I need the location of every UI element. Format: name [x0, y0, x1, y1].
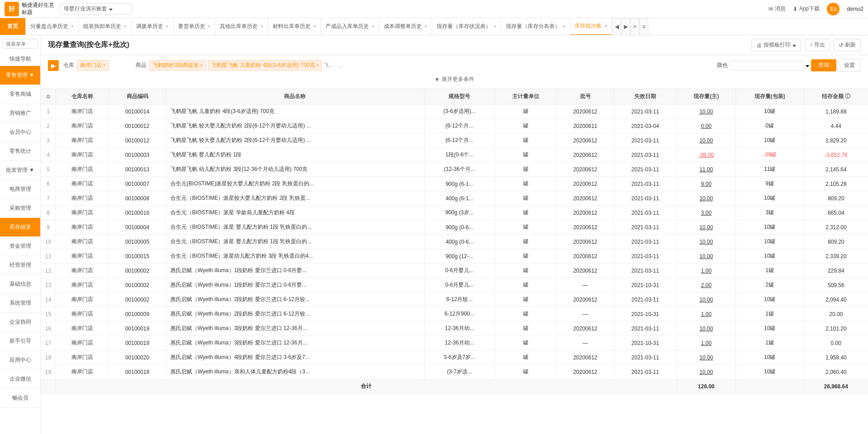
row-qty-main[interactable]: 3.00 [677, 206, 736, 220]
sidebar-item-wholesale[interactable]: 批发管理 ▼ [0, 161, 40, 180]
search-input[interactable] [3, 39, 38, 49]
sidebar-item-collab[interactable]: 企业协同 [0, 313, 40, 332]
summary-label: 合计 [56, 379, 677, 394]
row-amount: 2,145.64 [804, 162, 868, 177]
tab-close[interactable]: × [604, 24, 607, 28]
sidebar-item-appstore[interactable]: 应用中心 [0, 351, 40, 370]
sidebar-item-inventory[interactable]: 库存核算 [0, 218, 40, 237]
tab-qitachu[interactable]: 其他出库单历史 × [215, 18, 268, 35]
avatar[interactable]: Ea [827, 3, 840, 15]
row-spec: 12-36月幼... [424, 321, 495, 336]
tab-xianzun1[interactable]: 现存量（库存状况表） × [432, 18, 501, 35]
tab-home[interactable]: 首页 [0, 18, 26, 35]
export-button[interactable]: ↑ 导出 [805, 39, 830, 51]
row-qty-main[interactable]: 1.00 [677, 307, 736, 321]
refresh-button[interactable]: ↺ 刷新 [834, 39, 861, 51]
sidebar-item-member[interactable]: 会员中心 [0, 123, 40, 142]
nav-close-tab[interactable]: × [630, 18, 639, 35]
col-settings[interactable]: ⚙ [41, 89, 56, 104]
row-batch: 20200612 [557, 162, 614, 177]
sidebar-item-wechat[interactable]: 企业微信 [0, 370, 40, 389]
tab-close[interactable]: × [313, 24, 316, 29]
sidebar-item-finance[interactable]: 资金管理 [0, 237, 40, 256]
row-qty-main[interactable]: 10.00 [677, 292, 736, 307]
row-amount: -3,652.76 [804, 148, 868, 162]
nav-more[interactable]: ≡ [639, 18, 648, 35]
tab-close[interactable]: × [208, 24, 211, 29]
tab-close[interactable]: × [71, 24, 74, 29]
tab-close[interactable]: × [425, 24, 427, 29]
sidebar-item-retail-stats[interactable]: 零售统计 [0, 142, 40, 161]
product-more[interactable]: 飞... [324, 61, 334, 69]
tab-close[interactable]: × [124, 24, 127, 29]
print-icon: 🖨 [756, 42, 762, 48]
tab-fenpan[interactable]: 分量盘点单历史 × [26, 18, 79, 35]
sidebar-item-guide[interactable]: 新手引导 [0, 332, 40, 351]
row-qty-main[interactable]: 0.00 [677, 119, 736, 133]
org-selector[interactable]: 母婴行业演示账套 [60, 3, 132, 14]
sidebar-item-retail-mall[interactable]: 零售商城 [0, 85, 40, 104]
expand-more-button[interactable]: ▼ 展开更多条件 [48, 74, 861, 85]
quick-nav[interactable]: 快捷导航 [0, 52, 40, 66]
tab-diaob[interactable]: 调拨单历史 × [132, 18, 174, 35]
row-qty-main[interactable]: 10.00 [677, 249, 736, 264]
row-qty-main[interactable]: 2.00 [677, 278, 736, 292]
tab-yaohuo[interactable]: 要货单历史 × [174, 18, 216, 35]
nav-scroll-right[interactable]: ▶ [621, 18, 630, 35]
row-qty-main[interactable]: 10.00 [677, 350, 736, 365]
row-warehouse: 南岸门店 [56, 206, 109, 220]
tab-close[interactable]: × [494, 24, 496, 29]
row-qty-main[interactable]: -39.00 [677, 148, 736, 162]
color-select[interactable] [730, 61, 804, 71]
row-amount: 509.56 [804, 278, 868, 292]
sidebar-item-system[interactable]: 系统管理 [0, 294, 40, 313]
tab-xianzun2[interactable]: 现存量（库存分布表） × [501, 18, 571, 35]
setting-button[interactable]: 设置 [838, 59, 861, 72]
row-qty-main[interactable]: 10.00 [677, 220, 736, 235]
sidebar-item-retail[interactable]: 零售管理 ▼ [0, 66, 40, 85]
row-unit: 罐 [495, 177, 557, 191]
row-qty-main[interactable]: 10.00 [677, 104, 736, 119]
warehouse-tag-close[interactable]: × [103, 63, 106, 68]
product-tag-2-close[interactable]: × [316, 63, 319, 68]
row-qty-main[interactable]: 1.00 [677, 336, 736, 350]
sidebar-item-purchase[interactable]: 采购管理 [0, 199, 40, 218]
row-qty-main[interactable]: 10.00 [677, 235, 736, 249]
row-code: 00100014 [109, 104, 166, 119]
row-name: 合生元（BIOSTIME）派星 婴儿配方奶粉 1段 乳铁蛋白的... [166, 220, 425, 235]
sidebar-item-basic[interactable]: 基础信息 [0, 275, 40, 294]
tab-zuhe[interactable]: 组装拆卸单历史 × [79, 18, 132, 35]
row-qty-pack: -39罐 [736, 148, 804, 162]
row-qty-main[interactable]: 1.00 [677, 264, 736, 278]
filter-expand-button[interactable]: ▶ [48, 60, 59, 71]
tab-chanpin[interactable]: 产成品入库单历史 × [321, 18, 379, 35]
search-button[interactable]: 查询 [811, 59, 836, 71]
tab-close[interactable]: × [260, 24, 263, 29]
sidebar-item-member2[interactable]: 畅会员 [0, 389, 40, 408]
product-tag-1-close[interactable]: × [200, 63, 203, 68]
product-dots[interactable]: ... [338, 62, 343, 69]
tab-chengben[interactable]: 成本调整单历史 × [379, 18, 432, 35]
sidebar-item-ops[interactable]: 经营管理 [0, 256, 40, 275]
row-spec: (6-12个月... [424, 119, 495, 133]
sidebar-item-marketing[interactable]: 营销推广 [0, 104, 40, 123]
nav-scroll-left[interactable]: ◀ [612, 18, 621, 35]
row-qty-main[interactable]: 10.00 [677, 321, 736, 336]
row-warehouse: 南岸门店 [56, 249, 109, 264]
row-qty-main[interactable]: 11.00 [677, 162, 736, 177]
sidebar-item-ecom[interactable]: 电商管理 [0, 180, 40, 199]
tab-kucun[interactable]: 库存批次账 × [570, 18, 612, 35]
tab-cailiao[interactable]: 材料出库单历史 × [268, 18, 321, 35]
row-qty-main[interactable]: 10.00 [677, 133, 736, 148]
warehouse-tag: 南岸门店 × [77, 60, 109, 71]
row-qty-main[interactable]: 10.00 [677, 365, 736, 379]
print-button[interactable]: 🖨 按模板打印 [751, 39, 801, 51]
row-qty-main[interactable]: 10.00 [677, 191, 736, 206]
message-button[interactable]: ✉ 消息 [769, 5, 786, 13]
tab-close[interactable]: × [166, 24, 169, 29]
tab-close[interactable]: × [372, 24, 374, 29]
tab-close[interactable]: × [563, 24, 566, 29]
app-download-button[interactable]: ⬇ App下载 [793, 5, 820, 13]
data-table: ⚙ 仓库名称 商品编码 商品名称 规格型号 主计量单位 批号 失效日期 现存量(… [41, 89, 868, 394]
row-qty-main[interactable]: 9.00 [677, 177, 736, 191]
